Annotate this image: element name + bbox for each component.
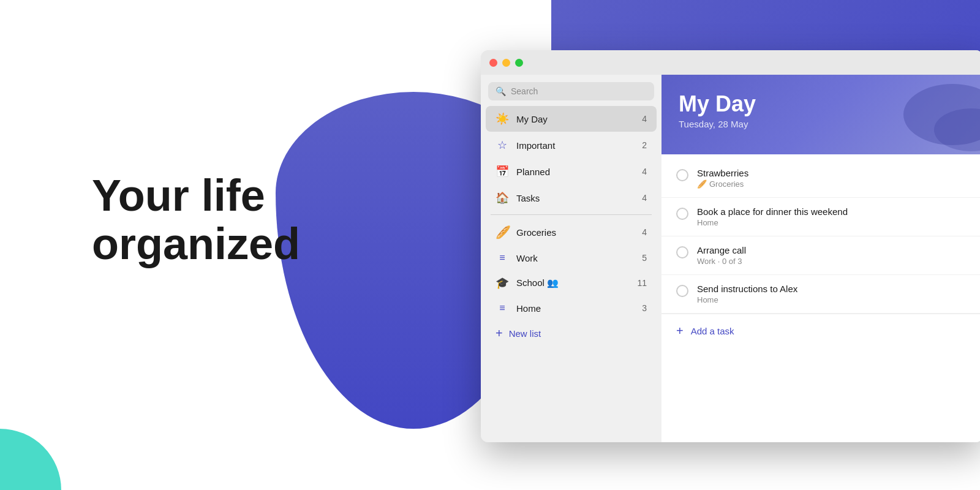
- sidebar-label-school: School 👥: [516, 277, 630, 288]
- new-list-button[interactable]: + New list: [486, 320, 657, 347]
- main-header: My Day Tuesday, 28 May: [662, 75, 980, 154]
- task-checkbox-4[interactable]: [676, 285, 688, 297]
- task-body-1: Strawberries 🥖 Groceries: [697, 168, 968, 189]
- bg-shape-bottom-left: [0, 429, 61, 490]
- search-input[interactable]: Search: [511, 86, 647, 96]
- list-icon-work: ≡: [496, 252, 509, 263]
- sidebar-count-planned: 4: [642, 167, 647, 176]
- task-meta-1: 🥖 Groceries: [697, 179, 968, 189]
- star-icon: ☆: [496, 138, 509, 152]
- sun-icon: ☀️: [496, 112, 509, 126]
- task-item-send-instructions[interactable]: Send instructions to Alex Home: [662, 275, 980, 314]
- task-meta-3: Work · 0 of 3: [697, 257, 968, 266]
- sidebar-label-home: Home: [516, 303, 635, 314]
- task-body-4: Send instructions to Alex Home: [697, 284, 968, 304]
- main-subtitle: Tuesday, 28 May: [679, 119, 966, 129]
- sidebar-divider: [491, 214, 652, 215]
- hero-line2: organized: [92, 219, 300, 268]
- sidebar: 🔍 Search ☀️ My Day 4 ☆ Important 2: [481, 75, 662, 442]
- new-list-label: New list: [509, 328, 541, 339]
- sidebar-label-work: Work: [516, 253, 635, 263]
- search-icon: 🔍: [496, 86, 506, 96]
- task-title-2: Book a place for dinner this weekend: [697, 206, 968, 217]
- list-icon-home: ≡: [496, 303, 509, 314]
- sidebar-label-groceries: Groceries: [516, 227, 635, 238]
- app-body: 🔍 Search ☀️ My Day 4 ☆ Important 2: [481, 75, 980, 442]
- sidebar-item-work[interactable]: ≡ Work 5: [486, 246, 657, 270]
- task-title-1: Strawberries: [697, 168, 968, 178]
- sidebar-item-my-day[interactable]: ☀️ My Day 4: [486, 106, 657, 132]
- plus-icon: +: [496, 326, 503, 341]
- calendar-icon: 📅: [496, 165, 509, 178]
- hero-line1: Your life: [92, 171, 265, 220]
- task-checkbox-1[interactable]: [676, 169, 688, 181]
- bread-icon: 🥖: [496, 225, 509, 239]
- sidebar-item-important[interactable]: ☆ Important 2: [486, 132, 657, 158]
- sidebar-label-my-day: My Day: [516, 114, 635, 124]
- main-title: My Day: [679, 92, 966, 116]
- main-content: My Day Tuesday, 28 May Strawberries 🥖 Gr…: [662, 75, 980, 442]
- add-task-plus-icon: +: [676, 324, 684, 338]
- sidebar-count-work: 5: [642, 253, 647, 263]
- task-item-arrange-call[interactable]: Arrange call Work · 0 of 3: [662, 236, 980, 275]
- task-item-strawberries[interactable]: Strawberries 🥖 Groceries: [662, 159, 980, 198]
- graduation-icon: 🎓: [496, 276, 509, 290]
- tasks-list: Strawberries 🥖 Groceries Book a place fo…: [662, 154, 980, 442]
- task-body-3: Arrange call Work · 0 of 3: [697, 245, 968, 266]
- task-meta-4: Home: [697, 295, 968, 304]
- search-bar[interactable]: 🔍 Search: [488, 82, 654, 100]
- task-title-3: Arrange call: [697, 245, 968, 255]
- minimize-button[interactable]: [502, 59, 510, 67]
- sidebar-count-home: 3: [642, 303, 647, 313]
- sidebar-item-groceries[interactable]: 🥖 Groceries 4: [486, 219, 657, 246]
- sidebar-count-important: 2: [642, 140, 647, 150]
- task-checkbox-2[interactable]: [676, 208, 688, 220]
- sidebar-item-planned[interactable]: 📅 Planned 4: [486, 159, 657, 184]
- sidebar-item-home[interactable]: ≡ Home 3: [486, 296, 657, 320]
- sidebar-count-groceries: 4: [642, 227, 647, 237]
- app-window: 🔍 Search ☀️ My Day 4 ☆ Important 2: [481, 50, 980, 442]
- task-checkbox-3[interactable]: [676, 246, 688, 258]
- add-task-label: Add a task: [691, 326, 734, 336]
- sidebar-item-school[interactable]: 🎓 School 👥 11: [486, 270, 657, 296]
- sidebar-count-my-day: 4: [642, 114, 647, 124]
- groceries-emoji-icon: 🥖: [697, 179, 707, 189]
- add-task-row[interactable]: + Add a task: [662, 314, 980, 348]
- hero-text: Your life organized: [92, 172, 300, 268]
- task-body-2: Book a place for dinner this weekend Hom…: [697, 206, 968, 227]
- maximize-button[interactable]: [515, 59, 523, 67]
- sidebar-item-tasks[interactable]: 🏠 Tasks 4: [486, 185, 657, 211]
- task-title-4: Send instructions to Alex: [697, 284, 968, 294]
- task-item-book-dinner[interactable]: Book a place for dinner this weekend Hom…: [662, 198, 980, 236]
- tasks-home-icon: 🏠: [496, 191, 509, 205]
- sidebar-count-school: 11: [637, 278, 647, 288]
- sidebar-label-planned: Planned: [516, 167, 635, 177]
- titlebar: [481, 50, 980, 75]
- sidebar-count-tasks: 4: [642, 193, 647, 203]
- task-meta-2: Home: [697, 218, 968, 227]
- sidebar-label-tasks: Tasks: [516, 193, 635, 203]
- close-button[interactable]: [489, 59, 497, 67]
- sidebar-nav: ☀️ My Day 4 ☆ Important 2 📅 Planned 4: [481, 105, 662, 436]
- sidebar-label-important: Important: [516, 140, 635, 151]
